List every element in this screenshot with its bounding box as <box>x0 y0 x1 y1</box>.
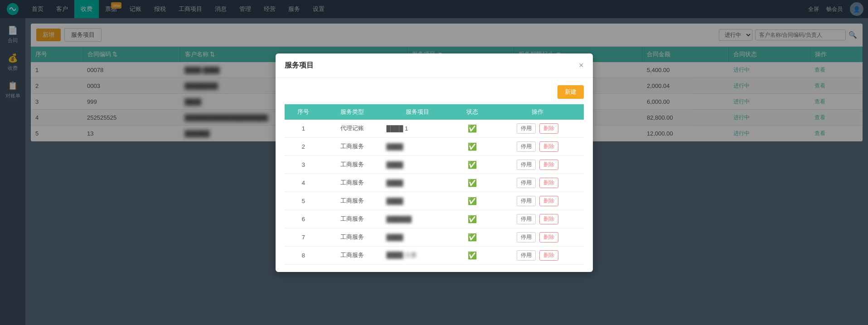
stop-button[interactable]: 停用 <box>517 232 536 243</box>
delete-button[interactable]: 删除 <box>539 250 558 261</box>
mcell-item: ████ <box>382 228 454 246</box>
mcell-type: 工商服务 <box>322 192 382 210</box>
modal-tbody: 1 代理记账 ████ 1 ✅ 停用 删除 2 工商服务 ████ ✅ 停用 删… <box>285 120 584 265</box>
mcell-status: ✅ <box>453 228 491 246</box>
list-item: 4 工商服务 ████ ✅ 停用 删除 <box>285 174 584 192</box>
mcell-type: 工商服务 <box>322 174 382 192</box>
mcell-type: 工商服务 <box>322 210 382 228</box>
stop-button[interactable]: 停用 <box>517 250 536 261</box>
mcell-status: ✅ <box>453 210 491 228</box>
list-item: 8 工商服务 ████ 注册 ✅ 停用 删除 <box>285 246 584 264</box>
list-item: 2 工商服务 ████ ✅ 停用 删除 <box>285 137 584 155</box>
mcell-item: ████ 注册 <box>382 246 454 264</box>
mcell-seq: 5 <box>285 192 323 210</box>
mcell-type: 工商服务 <box>322 246 382 264</box>
delete-button[interactable]: 删除 <box>539 160 558 170</box>
modal-close-button[interactable]: × <box>579 61 584 69</box>
mcell-action[interactable]: 停用 删除 <box>491 174 583 192</box>
delete-button[interactable]: 删除 <box>539 232 558 243</box>
new-service-button[interactable]: 新建 <box>558 85 584 99</box>
mcell-item: ████ <box>382 174 454 192</box>
mcell-status: ✅ <box>453 120 491 138</box>
mth-item: 服务项目 <box>382 104 454 120</box>
modal-header: 服务项目 × <box>276 53 593 78</box>
mcell-action[interactable]: 停用 删除 <box>491 246 583 264</box>
stop-button[interactable]: 停用 <box>517 141 536 152</box>
list-item: 6 工商服务 ██████ ✅ 停用 删除 <box>285 210 584 228</box>
mcell-type: 工商服务 <box>322 155 382 174</box>
list-item: 7 工商服务 ████ ✅ 停用 删除 <box>285 228 584 246</box>
list-item: 1 代理记账 ████ 1 ✅ 停用 删除 <box>285 120 584 138</box>
modal-table-wrap[interactable]: 序号 服务类型 服务项目 状态 操作 1 代理记账 ████ 1 ✅ 停用 删除… <box>285 104 584 265</box>
modal-body: 新建 序号 服务类型 服务项目 状态 操作 1 代理记账 <box>276 78 593 272</box>
mcell-action[interactable]: 停用 删除 <box>491 137 583 155</box>
stop-button[interactable]: 停用 <box>517 196 536 206</box>
delete-button[interactable]: 删除 <box>539 214 558 224</box>
list-item: 5 工商服务 ████ ✅ 停用 删除 <box>285 192 584 210</box>
stop-button[interactable]: 停用 <box>517 123 536 134</box>
mcell-item: ████ <box>382 192 454 210</box>
mcell-item: ████ <box>382 155 454 174</box>
list-item: 3 工商服务 ████ ✅ 停用 删除 <box>285 155 584 174</box>
mth-action: 操作 <box>491 104 583 120</box>
mcell-action[interactable]: 停用 删除 <box>491 155 583 174</box>
delete-button[interactable]: 删除 <box>539 178 558 188</box>
mth-type: 服务类型 <box>322 104 382 120</box>
mcell-status: ✅ <box>453 174 491 192</box>
mcell-item: ██████ <box>382 210 454 228</box>
mcell-action[interactable]: 停用 删除 <box>491 228 583 246</box>
modal-table: 序号 服务类型 服务项目 状态 操作 1 代理记账 ████ 1 ✅ 停用 删除… <box>285 104 584 265</box>
mcell-status: ✅ <box>453 155 491 174</box>
mcell-type: 工商服务 <box>322 137 382 155</box>
mcell-type: 工商服务 <box>322 228 382 246</box>
mcell-seq: 4 <box>285 174 323 192</box>
modal-title: 服务项目 <box>285 61 579 70</box>
delete-button[interactable]: 删除 <box>539 123 558 134</box>
mcell-type: 代理记账 <box>322 120 382 138</box>
mcell-seq: 8 <box>285 246 323 264</box>
mcell-status: ✅ <box>453 137 491 155</box>
mcell-seq: 7 <box>285 228 323 246</box>
mcell-status: ✅ <box>453 246 491 264</box>
mcell-seq: 6 <box>285 210 323 228</box>
mth-seq: 序号 <box>285 104 323 120</box>
service-modal: 服务项目 × 新建 序号 服务类型 服务项目 状态 操作 <box>276 53 593 272</box>
mcell-seq: 2 <box>285 137 323 155</box>
mcell-action[interactable]: 停用 删除 <box>491 210 583 228</box>
mcell-action[interactable]: 停用 删除 <box>491 120 583 138</box>
mcell-item: ████ 1 <box>382 120 454 138</box>
mcell-status: ✅ <box>453 192 491 210</box>
delete-button[interactable]: 删除 <box>539 196 558 206</box>
mcell-action[interactable]: 停用 删除 <box>491 192 583 210</box>
stop-button[interactable]: 停用 <box>517 160 536 170</box>
stop-button[interactable]: 停用 <box>517 178 536 188</box>
modal-overlay: 服务项目 × 新建 序号 服务类型 服务项目 状态 操作 <box>0 0 868 325</box>
mcell-item: ████ <box>382 137 454 155</box>
mcell-seq: 3 <box>285 155 323 174</box>
mcell-seq: 1 <box>285 120 323 138</box>
modal-toolbar: 新建 <box>285 85 584 99</box>
delete-button[interactable]: 删除 <box>539 141 558 152</box>
stop-button[interactable]: 停用 <box>517 214 536 224</box>
modal-header-row: 序号 服务类型 服务项目 状态 操作 <box>285 104 584 120</box>
mth-status: 状态 <box>453 104 491 120</box>
